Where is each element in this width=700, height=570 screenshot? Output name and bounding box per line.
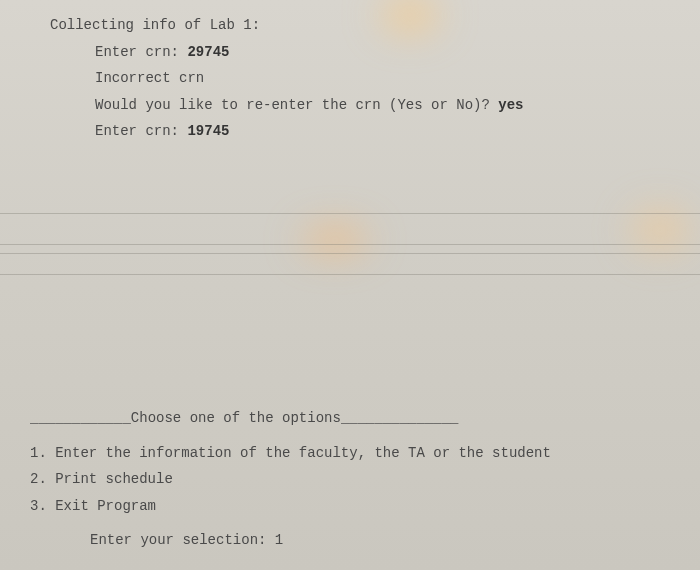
menu-title-line: ____________Choose one of the options___… <box>30 405 700 432</box>
horizontal-rule <box>0 253 700 254</box>
horizontal-rule <box>0 213 700 214</box>
blank-region <box>0 213 700 393</box>
menu-item-1[interactable]: 1. Enter the information of the faculty,… <box>30 440 700 467</box>
enter-crn-line-2: Enter crn: 19745 <box>95 118 700 145</box>
horizontal-rule <box>0 274 700 275</box>
reenter-answer-input[interactable]: yes <box>498 97 523 113</box>
horizontal-rule <box>0 244 700 245</box>
enter-crn-label-2: Enter crn: <box>95 123 187 139</box>
enter-crn-label: Enter crn: <box>95 44 187 60</box>
selection-line: Enter your selection: 1 <box>30 527 700 554</box>
underscore-right: ______________ <box>341 410 459 426</box>
selection-label: Enter your selection: <box>90 532 275 548</box>
incorrect-crn-message: Incorrect crn <box>95 65 700 92</box>
menu-title: Choose one of the options <box>131 410 341 426</box>
menu-item-3[interactable]: 3. Exit Program <box>30 493 700 520</box>
crn-input-2[interactable]: 19745 <box>187 123 229 139</box>
crn-input-1[interactable]: 29745 <box>187 44 229 60</box>
menu-block: ____________Choose one of the options___… <box>0 393 700 554</box>
selection-input[interactable]: 1 <box>275 532 283 548</box>
collecting-header: Collecting info of Lab 1: <box>50 12 700 39</box>
lab-info-block: Collecting info of Lab 1: Enter crn: 297… <box>0 12 700 145</box>
underscore-left: ____________ <box>30 410 131 426</box>
enter-crn-line-1: Enter crn: 29745 <box>95 39 700 66</box>
menu-item-2[interactable]: 2. Print schedule <box>30 466 700 493</box>
reenter-prompt: Would you like to re-enter the crn (Yes … <box>95 97 498 113</box>
reenter-line: Would you like to re-enter the crn (Yes … <box>95 92 700 119</box>
